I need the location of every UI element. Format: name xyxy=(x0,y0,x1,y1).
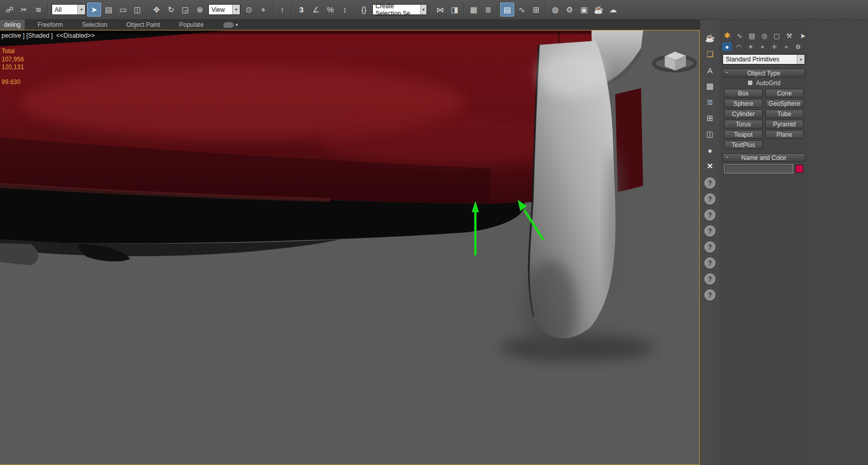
checker-icon[interactable]: ▩ xyxy=(704,80,716,92)
help-icon[interactable]: ? xyxy=(705,290,715,300)
delete-x-icon[interactable]: ✕ xyxy=(704,160,716,172)
pyramid-button[interactable]: Pyramid xyxy=(765,120,804,129)
group-objects-icon[interactable]: ◫ xyxy=(704,128,716,140)
bind-to-space-warp-icon[interactable]: ≋ xyxy=(31,3,45,17)
tab-display[interactable]: ▢ xyxy=(772,31,782,40)
material-editor-button[interactable]: ◍ xyxy=(548,3,562,17)
percent-snap-toggle[interactable]: % xyxy=(323,3,337,17)
geosphere-button[interactable]: GeoSphere xyxy=(765,99,804,108)
help-icon[interactable]: ? xyxy=(705,178,715,188)
help-icon[interactable]: ? xyxy=(705,258,715,268)
select-and-move-button[interactable]: ✥ xyxy=(150,3,163,17)
viewport-label[interactable]: pective ] [Shaded ] <<Disabled>> xyxy=(2,32,95,39)
selection-set-value: Create Selection Se xyxy=(375,3,420,17)
name-and-color-rollout-header[interactable]: - Name and Color xyxy=(723,153,805,162)
perspective-viewport[interactable]: pective ] [Shaded ] <<Disabled>> Total 1… xyxy=(0,30,700,465)
help-icon[interactable]: ? xyxy=(705,242,715,252)
viewport-canvas[interactable] xyxy=(0,30,699,464)
align-button[interactable]: ◨ xyxy=(448,3,462,17)
unlink-selection-icon[interactable]: ✂ xyxy=(17,3,31,17)
tab-object-paint[interactable]: Object Paint xyxy=(124,20,162,30)
main-toolbar: ☍ ✂ ≋ All ▾ ➤ ▤ ▭ ◫ ✥ ↻ ◲ ⊕ View ▾ ⊙ ⌖ ↑… xyxy=(0,0,868,20)
tab-motion[interactable]: ◎ xyxy=(759,31,769,40)
teapot-button[interactable]: Teapot xyxy=(724,130,763,139)
ribbon-toggle-button[interactable]: ▤ xyxy=(500,3,514,17)
collapse-icon: - xyxy=(726,69,728,76)
render-in-cloud-button[interactable]: ☁ xyxy=(606,3,620,17)
snap-toggle-button[interactable]: 3 xyxy=(294,3,308,17)
object-color-swatch[interactable] xyxy=(795,165,804,173)
render-setup-button[interactable]: ⚙ xyxy=(563,3,577,17)
curve-editor-button[interactable]: ∿ xyxy=(515,3,529,17)
select-object-button[interactable]: ➤ xyxy=(87,3,101,17)
angle-snap-toggle[interactable]: ∠ xyxy=(309,3,323,17)
select-and-place-button[interactable]: ⊕ xyxy=(193,3,207,17)
tab-create[interactable]: ✱ xyxy=(722,31,732,40)
cylinder-button[interactable]: Cylinder xyxy=(724,109,763,118)
subtab-shapes[interactable]: ◠ xyxy=(734,42,744,51)
keyboard-override-toggle[interactable]: ↑ xyxy=(275,3,289,17)
help-icon[interactable]: ? xyxy=(705,226,715,236)
select-and-scale-button[interactable]: ◲ xyxy=(178,3,192,17)
subtab-space-warps[interactable]: ≈ xyxy=(781,42,791,51)
subtab-cameras[interactable]: ⌖ xyxy=(758,42,767,51)
rendered-frame-window-button[interactable]: ▣ xyxy=(577,3,591,17)
object-type-rollout-header[interactable]: - Object Type xyxy=(723,69,805,77)
tube-button[interactable]: Tube xyxy=(765,109,804,118)
subtab-geometry[interactable]: ● xyxy=(722,42,732,51)
teapot-icon[interactable]: ☕ xyxy=(704,32,716,44)
selection-set-combobox[interactable]: Create Selection Se ▾ xyxy=(372,4,427,15)
panel-arrow-icon[interactable]: ➤ xyxy=(800,32,806,40)
align-letter-icon[interactable]: A xyxy=(704,64,716,76)
select-and-manipulate-button[interactable]: ⌖ xyxy=(256,3,270,17)
subtab-systems[interactable]: ⚙ xyxy=(793,42,803,51)
selection-region-button[interactable]: ▭ xyxy=(116,3,130,17)
cone-button[interactable]: Cone xyxy=(765,89,804,98)
tab-selection[interactable]: Selection xyxy=(79,20,110,30)
reference-coordinate-dropdown[interactable]: View ▾ xyxy=(208,4,240,15)
textplus-button[interactable]: TextPlus xyxy=(724,140,763,149)
object-name-input[interactable] xyxy=(724,164,793,173)
sphere-button[interactable]: Sphere xyxy=(724,99,763,108)
array-grid-icon[interactable]: ⊞ xyxy=(704,112,716,124)
use-center-button[interactable]: ⊙ xyxy=(242,3,256,17)
primitive-category-dropdown[interactable]: Standard Primitives ▾ xyxy=(723,54,805,65)
viewport-column: deling Freeform Selection Object Paint P… xyxy=(0,20,700,465)
spinner-snap-toggle[interactable]: ↕ xyxy=(338,3,352,17)
layers-icon[interactable]: ≣ xyxy=(704,96,716,108)
select-by-name-button[interactable]: ▤ xyxy=(102,3,116,17)
subtab-lights[interactable]: ☀ xyxy=(746,42,756,51)
autogrid-checkbox[interactable] xyxy=(747,80,753,86)
mirror-button[interactable]: ⋈ xyxy=(433,3,447,17)
folder-icon[interactable]: ❏ xyxy=(704,48,716,60)
help-icon[interactable]: ? xyxy=(705,210,715,220)
selection-filter-dropdown[interactable]: All ▾ xyxy=(52,4,86,15)
toolbar-separator xyxy=(464,3,465,17)
ribbon-pill-icon xyxy=(223,22,234,28)
plane-button[interactable]: Plane xyxy=(765,130,804,139)
scene-explorer-button[interactable]: ▦ xyxy=(467,3,481,17)
toolbar-separator xyxy=(272,3,273,17)
select-and-link-icon[interactable]: ☍ xyxy=(3,3,17,17)
tab-freeform[interactable]: Freeform xyxy=(35,20,65,30)
tab-modeling[interactable]: deling xyxy=(0,20,25,30)
torus-button[interactable]: Torus xyxy=(724,120,763,129)
tab-modify[interactable]: ∿ xyxy=(734,31,745,40)
render-production-button[interactable]: ☕ xyxy=(592,3,605,17)
tab-populate[interactable]: Populate xyxy=(176,20,206,30)
tab-hierarchy[interactable]: ▤ xyxy=(747,31,757,40)
schematic-view-button[interactable]: ⊞ xyxy=(529,3,543,17)
application-window: ☍ ✂ ≋ All ▾ ➤ ▤ ▭ ◫ ✥ ↻ ◲ ⊕ View ▾ ⊙ ⌖ ↑… xyxy=(0,0,868,465)
help-icon[interactable]: ? xyxy=(705,194,715,204)
select-and-rotate-button[interactable]: ↻ xyxy=(164,3,178,17)
sphere-icon[interactable]: ● xyxy=(704,144,716,156)
subtab-helpers[interactable]: ✛ xyxy=(769,42,779,51)
layer-manager-button[interactable]: ≣ xyxy=(481,3,495,17)
box-button[interactable]: Box xyxy=(724,89,763,98)
right-empty-area xyxy=(808,20,868,465)
named-selection-sets-button[interactable]: {} xyxy=(357,3,371,17)
window-crossing-toggle[interactable]: ◫ xyxy=(130,3,144,17)
tab-utilities[interactable]: ⚒ xyxy=(784,31,794,40)
ribbon-minimize-control[interactable]: ▾ xyxy=(223,22,238,28)
help-icon[interactable]: ? xyxy=(705,274,715,284)
